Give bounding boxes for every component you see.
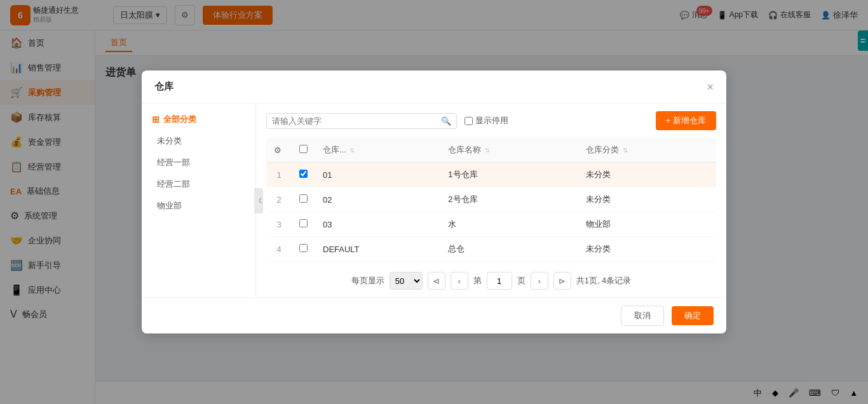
row-checkbox[interactable] (292, 237, 315, 262)
row-category: 未分类 (578, 163, 716, 187)
cancel-button[interactable]: 取消 (621, 306, 664, 326)
sort-icon-code: ⇅ (349, 147, 355, 154)
row-name: 总仓 (440, 237, 578, 262)
col-category: 仓库分类 ⇅ (578, 138, 716, 163)
col-code: 仓库... ⇅ (315, 138, 440, 163)
table-panel: 🔍 显示停用 + 新增仓库 ⚙ (256, 104, 726, 297)
confirm-button[interactable]: 确定 (672, 306, 714, 325)
row-index: 2 (266, 187, 292, 212)
sort-icon-category: ⇅ (623, 147, 628, 154)
row-index: 4 (266, 237, 292, 262)
last-page-button[interactable]: ⊳ (553, 272, 571, 290)
per-page-select[interactable]: 50 100 (390, 272, 423, 290)
row-category: 未分类 (578, 187, 716, 212)
row-checkbox[interactable] (292, 187, 315, 212)
col-category-label: 仓库分类 (586, 145, 619, 154)
next-page-button[interactable]: › (531, 272, 548, 290)
search-input[interactable] (272, 116, 437, 126)
row-name: 水 (440, 212, 578, 237)
row-index: 3 (266, 212, 292, 237)
category-item-unclassified[interactable]: 未分类 (142, 130, 255, 152)
row-name: 1号仓库 (440, 163, 578, 187)
col-name: 仓库名称 ⇅ (440, 138, 578, 163)
modal-header: 仓库 × (142, 71, 726, 104)
row-checkbox[interactable] (292, 212, 315, 237)
add-warehouse-button[interactable]: + 新增仓库 (656, 111, 716, 130)
grid-icon: ⊞ (152, 114, 159, 125)
table-row[interactable]: 1 01 1号仓库 未分类 (266, 163, 716, 187)
category-panel: ⊞ 全部分类 未分类 经营一部 经营二部 物业部 《 (142, 104, 256, 297)
row-name: 2号仓库 (440, 187, 578, 212)
page-number-input[interactable] (487, 272, 512, 290)
col-checkbox (292, 138, 315, 163)
table-row[interactable]: 4 DEFAULT 总仓 未分类 (266, 237, 716, 262)
search-icon[interactable]: 🔍 (441, 116, 451, 126)
per-page-label: 每页显示 (351, 275, 384, 286)
row-checkbox[interactable] (292, 163, 315, 187)
warehouse-table: ⚙ 仓库... ⇅ 仓库名称 ⇅ (266, 138, 716, 262)
show-disabled-text: 显示停用 (475, 115, 508, 126)
modal-overlay[interactable]: 仓库 × ⊞ 全部分类 未分类 经营一部 经营二部 物业部 《 (0, 0, 868, 404)
category-item-dept1[interactable]: 经营一部 (142, 152, 255, 173)
table-row[interactable]: 2 02 2号仓库 未分类 (266, 187, 716, 212)
category-all[interactable]: ⊞ 全部分类 (142, 109, 255, 130)
category-all-label: 全部分类 (163, 114, 196, 125)
search-box: 🔍 (266, 113, 457, 129)
select-all-checkbox[interactable] (299, 145, 308, 153)
warehouse-modal: 仓库 × ⊞ 全部分类 未分类 经营一部 经营二部 物业部 《 (142, 71, 726, 333)
row-code: 03 (315, 212, 440, 237)
show-disabled-label: 显示停用 (465, 115, 508, 126)
row-code: DEFAULT (315, 237, 440, 262)
col-name-label: 仓库名称 (448, 145, 481, 154)
table-row[interactable]: 3 03 水 物业部 (266, 212, 716, 237)
row-category: 物业部 (578, 212, 716, 237)
page-label: 第 (473, 275, 482, 286)
col-code-label: 仓库... (323, 145, 346, 154)
table-toolbar: 🔍 显示停用 + 新增仓库 (266, 111, 716, 130)
row-code: 02 (315, 187, 440, 212)
col-settings: ⚙ (266, 138, 292, 163)
first-page-button[interactable]: ⊲ (428, 272, 445, 290)
modal-close-button[interactable]: × (707, 81, 714, 93)
category-item-dept2[interactable]: 经营二部 (142, 173, 255, 195)
modal-body: ⊞ 全部分类 未分类 经营一部 经营二部 物业部 《 🔍 (142, 104, 726, 297)
category-collapse-button[interactable]: 《 (254, 188, 263, 213)
prev-page-button[interactable]: ‹ (451, 272, 468, 290)
total-info: 共1页, 4条记录 (576, 275, 632, 286)
sort-icon-name: ⇅ (485, 147, 490, 154)
page-suffix: 页 (517, 275, 526, 286)
category-item-property[interactable]: 物业部 (142, 195, 255, 217)
table-container: ⚙ 仓库... ⇅ 仓库名称 ⇅ (266, 138, 716, 262)
pagination: 每页显示 50 100 ⊲ ‹ 第 页 › ⊳ 共1页, 4条记录 (266, 272, 716, 290)
row-code: 01 (315, 163, 440, 187)
modal-title: 仓库 (154, 81, 173, 93)
modal-footer: 取消 确定 (142, 297, 726, 333)
show-disabled-checkbox[interactable] (465, 117, 473, 125)
row-index: 1 (266, 163, 292, 187)
row-category: 未分类 (578, 237, 716, 262)
